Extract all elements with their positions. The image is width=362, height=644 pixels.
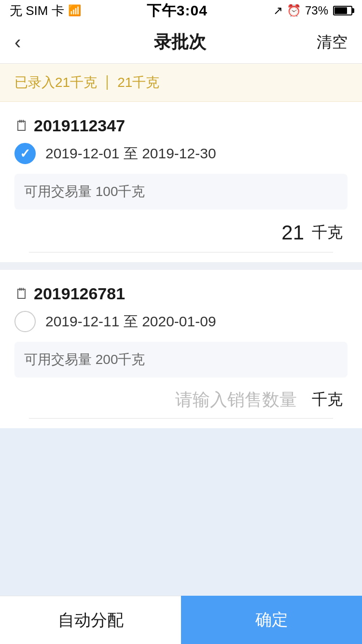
batch1-date-row[interactable]: 2019-12-01 至 2019-12-30	[14, 143, 348, 164]
batch2-quantity-input[interactable]	[19, 390, 304, 410]
status-bar: 无 SIM 卡 📶 下午3:04 ↗ ⏰ 73%	[0, 0, 362, 21]
batch1-available-box: 可用交易量 100千克	[14, 174, 348, 210]
batch2-unit: 千克	[312, 389, 343, 410]
alarm-icon: ⏰	[287, 4, 301, 17]
nav-bar: ‹ 录批次 清空	[0, 21, 362, 64]
batch2-card: 🗒 2019126781 2019-12-11 至 2020-01-09 可用交…	[0, 270, 362, 428]
batch2-separator	[29, 418, 333, 419]
batch1-id: 2019112347	[34, 116, 125, 135]
battery-text: 73%	[305, 4, 328, 17]
batch1-radio[interactable]	[14, 143, 36, 164]
batch1-separator	[29, 252, 333, 252]
recorded-value: 21千克	[117, 73, 159, 92]
batch1-available: 可用交易量 100千克	[24, 184, 145, 199]
confirm-button[interactable]: 确定	[181, 596, 362, 644]
batch1-id-row: 🗒 2019112347	[14, 116, 348, 135]
page-title: 录批次	[154, 30, 206, 54]
status-right: ↗ ⏰ 73%	[273, 4, 352, 17]
location-icon: ↗	[273, 4, 283, 17]
batch1-quantity-value: 21	[281, 221, 304, 244]
recorded-label: 已录入21千克	[14, 73, 97, 92]
batch1-unit: 千克	[312, 222, 343, 243]
bottom-bar: 自动分配 确定	[0, 596, 362, 644]
battery-icon	[333, 6, 352, 15]
back-button[interactable]: ‹	[14, 31, 43, 53]
batch2-available: 可用交易量 200千克	[24, 352, 145, 367]
wifi-icon: 📶	[68, 4, 81, 17]
clear-button[interactable]: 清空	[317, 32, 348, 53]
batch1-date: 2019-12-01 至 2019-12-30	[45, 144, 216, 164]
batch2-available-box: 可用交易量 200千克	[14, 342, 348, 378]
info-banner: 已录入21千克 21千克	[0, 64, 362, 102]
batch2-icon: 🗒	[14, 286, 29, 302]
sim-label: 无 SIM 卡	[10, 2, 64, 19]
batch1-card: 🗒 2019112347 2019-12-01 至 2019-12-30 可用交…	[0, 102, 362, 262]
banner-divider	[107, 75, 108, 90]
batch2-id-row: 🗒 2019126781	[14, 284, 348, 303]
batch2-date-row[interactable]: 2019-12-11 至 2020-01-09	[14, 311, 348, 332]
batch2-id: 2019126781	[34, 284, 125, 303]
status-left: 无 SIM 卡 📶	[10, 2, 81, 19]
empty-area	[0, 428, 362, 621]
section-divider	[0, 262, 362, 270]
batch1-quantity-row: 21 千克	[14, 210, 348, 252]
batch2-radio[interactable]	[14, 311, 36, 332]
batch2-input-row[interactable]: 千克	[14, 378, 348, 418]
status-time: 下午3:04	[147, 1, 208, 21]
auto-distribute-button[interactable]: 自动分配	[0, 596, 181, 644]
batch1-icon: 🗒	[14, 118, 29, 134]
batch2-date: 2019-12-11 至 2020-01-09	[45, 312, 216, 332]
